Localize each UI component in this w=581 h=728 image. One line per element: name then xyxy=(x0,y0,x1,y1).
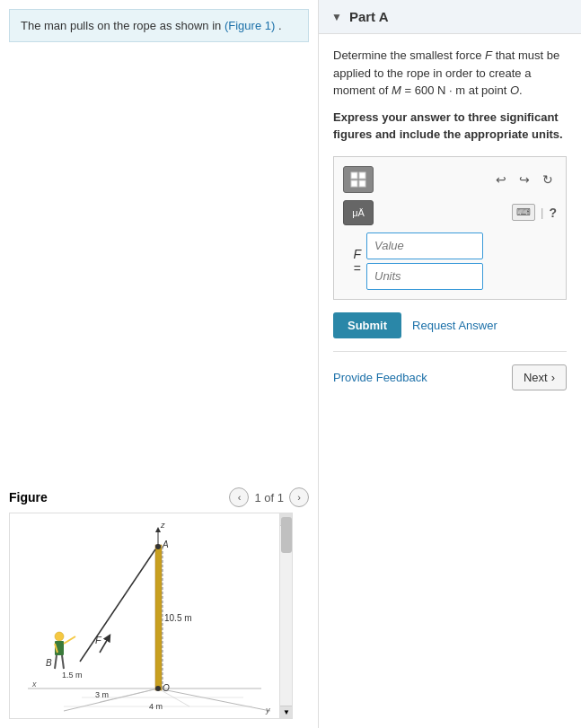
help-icon[interactable]: ? xyxy=(549,206,557,220)
svg-point-14 xyxy=(55,632,64,641)
grid-toolbar-button[interactable] xyxy=(343,166,374,193)
svg-line-17 xyxy=(62,655,64,669)
toolbar-row-2: μÄ ⌨ | ? xyxy=(343,200,557,225)
q-O-italic: O xyxy=(510,83,519,97)
pole xyxy=(155,545,162,690)
toolbar-row-1: ↩ ↪ ↻ xyxy=(343,166,557,193)
main-layout: The man pulls on the rope as shown in (F… xyxy=(0,0,581,728)
mu-label: μÄ xyxy=(352,207,365,218)
svg-text:F: F xyxy=(95,635,102,645)
svg-text:z: z xyxy=(160,521,165,530)
answer-box: ↩ ↪ ↻ μÄ ⌨ | ? F xyxy=(333,156,567,300)
toolbar-pipe: | xyxy=(541,206,543,219)
svg-rect-28 xyxy=(359,180,365,187)
svg-text:B: B xyxy=(46,658,52,668)
equals-sign: = xyxy=(354,261,361,276)
input-row: F = xyxy=(343,232,557,290)
problem-statement: The man pulls on the rope as shown in (F… xyxy=(9,9,309,42)
next-label: Next xyxy=(524,371,548,384)
question-text: Determine the smallest force F that must… xyxy=(333,47,567,100)
figure-nav: ‹ 1 of 1 › xyxy=(229,487,309,507)
figure-next-button[interactable]: › xyxy=(289,487,309,507)
figure-scrollbar-thumb[interactable] xyxy=(281,517,292,553)
svg-line-16 xyxy=(55,655,57,669)
submit-button[interactable]: Submit xyxy=(333,312,401,338)
q-M-italic: M xyxy=(392,83,401,97)
problem-text: The man pulls on the rope as shown in xyxy=(21,19,221,32)
figure-scrollbar[interactable]: ▲ ▼ xyxy=(279,513,292,718)
q-F-italic: F xyxy=(485,48,492,62)
svg-text:x: x xyxy=(31,680,37,689)
mu-button[interactable]: μÄ xyxy=(343,200,374,225)
part-content: Determine the smallest force F that must… xyxy=(319,34,581,351)
point-A xyxy=(155,544,161,549)
person-figure xyxy=(55,632,75,669)
part-header: ▼ Part A xyxy=(319,0,581,34)
q-text-end: . xyxy=(519,83,523,97)
instructions: Express your answer to three significant… xyxy=(333,109,567,144)
figure-section: Figure ‹ 1 of 1 › ▲ ▼ xyxy=(9,478,309,719)
svg-text:y: y xyxy=(265,706,270,715)
input-fields xyxy=(366,232,483,290)
collapse-icon[interactable]: ▼ xyxy=(331,11,342,23)
svg-text:3 m: 3 m xyxy=(95,690,109,699)
svg-line-18 xyxy=(64,636,75,644)
svg-rect-25 xyxy=(351,172,357,179)
figure-header: Figure ‹ 1 of 1 › xyxy=(9,487,309,507)
point-O xyxy=(155,686,161,691)
figure-prev-button[interactable]: ‹ xyxy=(229,487,249,507)
next-chevron-icon: › xyxy=(551,371,555,384)
figure-link[interactable]: (Figure 1) xyxy=(224,19,275,32)
refresh-button[interactable]: ↻ xyxy=(539,171,557,189)
left-panel: The man pulls on the rope as shown in (F… xyxy=(0,0,319,728)
svg-text:10.5 m: 10.5 m xyxy=(164,613,192,623)
undo-button[interactable]: ↩ xyxy=(492,171,510,189)
redo-button[interactable]: ↪ xyxy=(515,171,533,189)
figure-scroll-down-button[interactable]: ▼ xyxy=(280,706,293,718)
buttons-row: Submit Request Answer xyxy=(333,312,567,338)
grid-icon xyxy=(350,171,366,188)
svg-text:4 m: 4 m xyxy=(149,702,163,711)
f-label: F xyxy=(343,247,361,261)
rope xyxy=(80,549,155,662)
problem-text-end: . xyxy=(278,19,282,32)
request-answer-link[interactable]: Request Answer xyxy=(412,319,497,332)
units-input[interactable] xyxy=(366,263,483,290)
svg-text:O: O xyxy=(163,683,170,693)
svg-text:1.5 m: 1.5 m xyxy=(62,671,83,680)
figure-title: Figure xyxy=(9,490,48,504)
part-title: Part A xyxy=(349,9,389,24)
svg-line-1 xyxy=(158,689,270,711)
figure-page-indicator: 1 of 1 xyxy=(254,491,284,504)
figure-svg: y x z A F xyxy=(10,513,281,719)
provide-feedback-link[interactable]: Provide Feedback xyxy=(333,371,427,384)
q-text1: Determine the smallest force xyxy=(333,48,485,62)
footer-row: Provide Feedback Next › xyxy=(319,352,581,399)
right-panel: ▼ Part A Determine the smallest force F … xyxy=(319,0,581,728)
svg-rect-26 xyxy=(359,172,365,179)
next-button[interactable]: Next › xyxy=(512,364,567,390)
keyboard-icon: ⌨ xyxy=(512,204,535,221)
svg-rect-27 xyxy=(351,180,357,187)
figure-image: ▲ ▼ xyxy=(9,513,293,719)
input-label-area: F = xyxy=(343,247,361,276)
value-input[interactable] xyxy=(366,232,483,259)
q-text3: = 600 N · m at point xyxy=(401,83,510,97)
